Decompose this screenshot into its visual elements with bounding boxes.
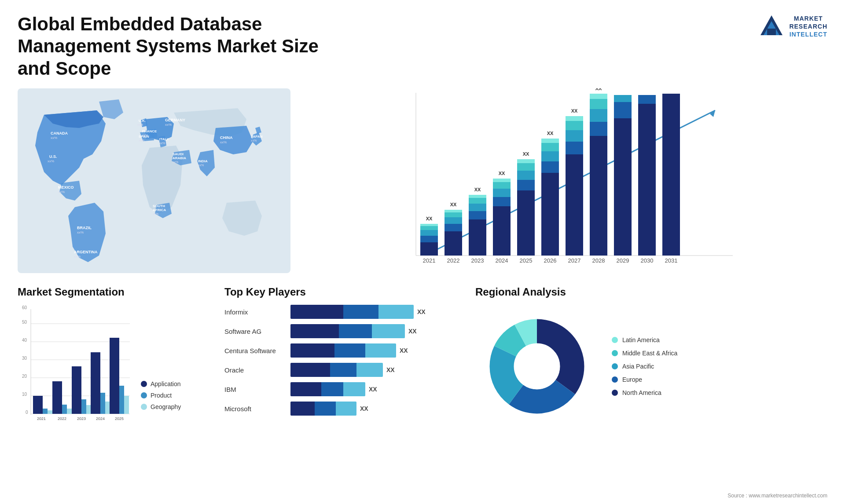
player-bar-wrap: XX [290,363,453,377]
legend-item-apac: Asia Pacific [612,363,677,370]
svg-point-144 [514,343,560,389]
svg-text:xx%: xx% [165,123,172,127]
svg-text:SOUTH: SOUTH [153,204,165,208]
svg-text:INDIA: INDIA [198,159,208,163]
regional-section: Regional Analysis [475,286,827,428]
svg-text:xx%: xx% [153,212,158,215]
legend-item-application: Application [141,380,181,387]
svg-text:CHINA: CHINA [220,135,233,140]
svg-rect-44 [420,224,438,226]
svg-text:FRANCE: FRANCE [142,129,157,133]
svg-rect-54 [469,219,486,256]
player-row: Informix XX [224,305,453,319]
world-map-svg: CANADA xx% U.S. xx% MEXICO xx% BRAZIL xx… [18,88,290,273]
svg-text:30: 30 [22,356,27,361]
svg-rect-43 [420,226,438,230]
svg-text:xx%: xx% [137,123,143,126]
svg-rect-62 [493,197,511,206]
svg-rect-125 [67,409,72,414]
apac-label: Asia Pacific [622,363,654,370]
bar-chart-section: 2021 XX 2022 XX 2023 XX 2024 [304,88,827,279]
svg-text:XX: XX [450,202,457,207]
mea-label: Middle East & Africa [622,350,677,357]
svg-text:GERMANY: GERMANY [165,118,185,122]
legend-item-geography: Geography [141,403,181,410]
svg-rect-129 [86,405,91,414]
svg-rect-48 [445,224,462,231]
svg-text:2030: 2030 [641,257,654,264]
svg-text:2024: 2024 [496,257,508,264]
svg-rect-58 [469,195,486,198]
svg-rect-135 [110,338,119,414]
svg-text:40: 40 [22,338,27,343]
svg-rect-79 [541,139,559,143]
player-value: XX [408,328,417,335]
svg-rect-57 [469,198,486,204]
svg-rect-100 [638,104,656,256]
player-bar [290,305,414,319]
player-value: XX [417,308,426,315]
svg-rect-124 [62,405,67,414]
europe-dot [612,376,618,383]
svg-rect-120 [43,409,48,414]
player-bar-wrap: XX [290,324,453,338]
na-dot [612,390,618,396]
svg-text:2024: 2024 [96,416,105,421]
svg-text:xx%: xx% [58,190,65,194]
map-section: CANADA xx% U.S. xx% MEXICO xx% BRAZIL xx… [18,88,290,279]
svg-rect-123 [52,381,62,414]
svg-rect-70 [517,171,535,180]
svg-text:xx%: xx% [51,136,57,140]
svg-rect-133 [105,402,110,414]
svg-rect-50 [445,212,462,217]
player-bar-wrap: XX [290,382,453,396]
donut-chart-svg [475,305,599,428]
player-name: Oracle [224,366,286,374]
svg-text:MEXICO: MEXICO [58,185,74,190]
svg-rect-40 [420,242,438,256]
segmentation-chart-svg: 0 10 20 30 40 50 60 [18,305,132,424]
legend-item-product: Product [141,392,181,399]
svg-rect-98 [614,95,632,102]
logo-text: MARKET RESEARCH INTELLECT [789,15,827,39]
svg-text:xx%: xx% [173,161,178,164]
player-bar [290,363,383,377]
svg-text:xx%: xx% [139,139,144,142]
svg-rect-91 [590,109,607,122]
segmentation-title: Market Segmentation [18,286,202,298]
svg-text:XX: XX [571,108,578,113]
players-title: Top Key Players [224,286,453,298]
svg-text:2022: 2022 [58,416,66,421]
player-bar-wrap: XX [290,402,453,416]
player-name: Microsoft [224,405,286,413]
svg-rect-76 [541,161,559,173]
svg-rect-51 [445,210,462,212]
application-label: Application [151,380,181,387]
svg-text:ARABIA: ARABIA [173,156,186,160]
svg-rect-96 [614,118,632,256]
svg-rect-72 [517,159,535,163]
latin-dot [612,337,618,343]
svg-rect-103 [662,94,680,256]
player-bar [290,324,405,338]
player-name: Software AG [224,328,286,335]
legend-item-latin: Latin America [612,336,677,343]
player-name: IBM [224,386,286,393]
source-text: Source : www.marketresearchintellect.com [727,493,827,499]
svg-text:BRAZIL: BRAZIL [77,226,92,230]
svg-text:0: 0 [26,410,28,415]
svg-text:2021: 2021 [37,416,46,421]
svg-text:2031: 2031 [665,257,678,264]
svg-text:xx%: xx% [77,230,84,234]
svg-text:2028: 2028 [592,257,605,264]
logo-icon [758,13,785,40]
svg-rect-137 [124,396,129,414]
svg-rect-93 [590,94,607,99]
svg-text:2025: 2025 [520,257,533,264]
svg-text:2021: 2021 [423,257,436,264]
svg-text:xx%: xx% [48,159,54,163]
svg-rect-101 [638,95,656,104]
svg-text:60: 60 [22,305,27,310]
svg-rect-83 [566,142,583,154]
svg-text:2027: 2027 [568,257,581,264]
